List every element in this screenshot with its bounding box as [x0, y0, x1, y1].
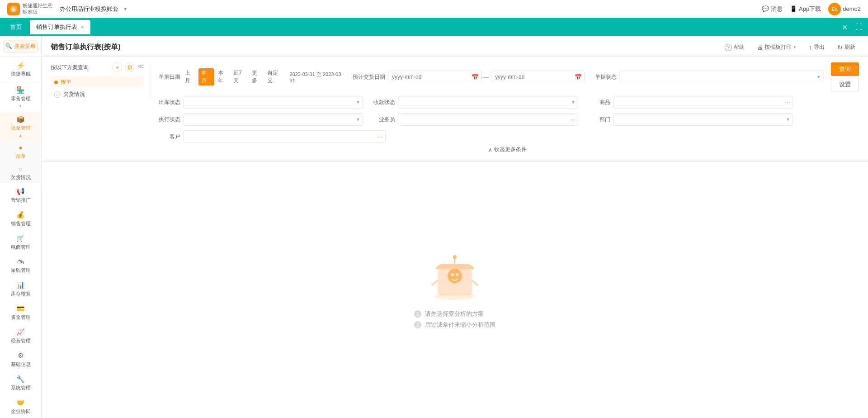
message-button[interactable]: 💬 消息: [762, 5, 783, 13]
print-dropdown-arrow: ▾: [793, 44, 796, 50]
delivery-status-select-wrap: [183, 96, 363, 109]
page-title: 销售订单执行表(按单): [51, 43, 121, 52]
topbar: 畅 畅捷通好生意 标准版 办公用品行业模拟账套 ▾ 💬 消息 📱 App下载 E…: [0, 0, 868, 18]
status-select[interactable]: [619, 71, 824, 83]
industry-dropdown-arrow[interactable]: ▾: [124, 5, 127, 12]
collapse-more-button[interactable]: ∧ 收起更多条件: [156, 143, 859, 156]
empty-state: 1 请先选择要分析的方案 2 用过滤条件来缩小分析范围: [414, 251, 495, 329]
calendar-icon-start[interactable]: 📅: [472, 74, 479, 81]
date-tab-custom[interactable]: 自定义: [265, 68, 284, 86]
message-icon: 💬: [762, 5, 769, 12]
user-avatar-button[interactable]: Ea demo2: [828, 3, 861, 15]
salesperson-label: 业务员: [370, 116, 395, 124]
sidebar-item-ecommerce[interactable]: 🛒 电商管理: [0, 231, 41, 254]
department-label: 部门: [585, 116, 610, 124]
date-tab-this-year[interactable]: 本年: [216, 68, 230, 86]
sidebar-item-purchase[interactable]: 🛍 采购管理: [0, 254, 41, 277]
svg-line-9: [432, 280, 438, 285]
operation-icon: 📈: [16, 328, 25, 336]
delivery-date-end-wrap: 📅: [491, 71, 585, 83]
page-header: 销售订单执行表(按单) ? 帮助 🖨 按模板打印 ▾ ↑ 导出 ↻ 刷新: [42, 36, 868, 57]
delivery-date-end[interactable]: [491, 71, 585, 83]
wholesale-icon: 📦: [16, 115, 25, 124]
purchase-icon: 🛍: [17, 258, 24, 266]
svg-line-10: [472, 280, 477, 285]
sidebar-item-system[interactable]: 🔧 系统管理: [0, 371, 41, 395]
basic-icon: ⚙: [18, 352, 24, 360]
sidebar-item-wholesale[interactable]: 📦 批发管理 ▴: [0, 112, 41, 141]
filter-option-circle: ○: [54, 91, 61, 98]
delivery-status-select[interactable]: [183, 96, 363, 109]
department-select-wrap: [613, 113, 793, 126]
sidebar-item-sales[interactable]: 💰 销售管理: [0, 207, 41, 231]
app-download-button[interactable]: 📱 App下载: [790, 5, 821, 13]
sidebar-item-inventory[interactable]: 📊 库存核算: [0, 277, 41, 301]
filter-option-dot: [54, 81, 58, 84]
filter-scheme-header: 按以下方案查询 + ⚙ ≪: [51, 62, 144, 72]
sidebar-sub-item-order[interactable]: ● 按单: [0, 141, 41, 162]
empty-svg: [428, 251, 482, 301]
tab-close-window-icon[interactable]: ✕: [839, 22, 850, 33]
print-icon: 🖨: [757, 44, 763, 51]
filter-field-date: 单据日期 上月 本月 本年 近7天 更多 自定义 2023-03-01 至 20…: [156, 68, 345, 86]
tab-sales-order[interactable]: 销售订单执行表 ×: [30, 20, 90, 34]
goods-input[interactable]: [613, 96, 793, 109]
date-tab-7days[interactable]: 近7天: [231, 68, 248, 86]
date-tab-last-month[interactable]: 上月: [183, 68, 197, 86]
table-area: 1 请先选择要分析的方案 2 用过滤条件来缩小分析范围: [42, 162, 868, 418]
export-button[interactable]: ↑ 导出: [805, 42, 828, 53]
sidebar-sub-item-debt[interactable]: ○ 欠货情况: [0, 162, 41, 184]
sidebar-item-quick-nav[interactable]: ⚡ 快捷导航: [0, 58, 41, 80]
execution-status-select[interactable]: [183, 113, 363, 126]
finance-icon: 💳: [16, 304, 25, 313]
search-menu-button[interactable]: 🔍 搜索菜单: [4, 40, 38, 52]
calendar-icon-end[interactable]: 📅: [575, 74, 582, 81]
empty-hint-2: 2 用过滤条件来缩小分析范围: [414, 321, 495, 329]
salesperson-input[interactable]: [398, 113, 578, 126]
sidebar-item-operation[interactable]: 📈 经营管理: [0, 324, 41, 348]
settings-scheme-button[interactable]: ⚙: [125, 62, 135, 72]
tab-maximize-icon[interactable]: ⛶: [854, 22, 864, 33]
filter-field-delivery-status: 出库状态: [156, 96, 363, 109]
sidebar-item-marketing[interactable]: 📢 营销推广: [0, 184, 41, 207]
date-tab-this-month[interactable]: 本月: [198, 68, 214, 86]
sidebar-item-finance[interactable]: 💳 资金管理: [0, 301, 41, 324]
salesperson-more-icon[interactable]: ···: [570, 116, 576, 123]
payment-status-label: 收款状态: [370, 99, 395, 106]
empty-illustration: [428, 251, 482, 301]
collapse-sidebar-button[interactable]: ≪: [137, 62, 144, 72]
salesperson-control: ···: [398, 113, 578, 126]
customer-more-icon[interactable]: ···: [377, 133, 383, 140]
wholesale-submenu: ● 按单 ○ 欠货情况: [0, 141, 41, 184]
quick-nav-icon: ⚡: [16, 61, 25, 70]
payment-status-select[interactable]: [398, 96, 578, 109]
date-label: 单据日期: [156, 73, 180, 81]
date-sep: —: [483, 74, 489, 81]
refresh-button[interactable]: ↻ 刷新: [834, 42, 859, 53]
print-button[interactable]: 🖨 按模板打印 ▾: [754, 42, 800, 53]
tab-home[interactable]: 首页: [4, 20, 28, 34]
sidebar-item-basic[interactable]: ⚙ 基础信息: [0, 348, 41, 371]
date-tab-more[interactable]: 更多: [250, 68, 264, 86]
sidebar-item-enterprise[interactable]: 🤝 企业协同: [0, 395, 41, 418]
hint-num-1: 1: [414, 310, 421, 318]
help-button[interactable]: ? 帮助: [721, 42, 748, 53]
filter-field-payment-status: 收款状态: [370, 96, 578, 109]
filter-option-debt[interactable]: ○ 欠货情况: [51, 88, 144, 100]
sidebar-item-retail[interactable]: 🏪 零售管理 ▾: [0, 82, 41, 112]
goods-more-icon[interactable]: ···: [785, 99, 790, 106]
department-select[interactable]: [613, 113, 793, 126]
filter-field-customer: 客户 ···: [156, 130, 386, 143]
close-icon: ✕: [842, 23, 848, 32]
delivery-status-label: 出库状态: [156, 99, 180, 106]
marketing-icon: 📢: [16, 187, 25, 195]
tabbar: 首页 销售订单执行表 × ✕ ⛶: [0, 18, 868, 36]
add-scheme-button[interactable]: +: [112, 62, 122, 72]
filter-option-order[interactable]: 按单: [51, 76, 144, 88]
filter-field-department: 部门: [585, 113, 793, 126]
settings-button[interactable]: 设置: [831, 78, 859, 91]
customer-input[interactable]: [183, 130, 386, 143]
query-button[interactable]: 查询: [831, 62, 859, 76]
tab-close-icon[interactable]: ×: [81, 24, 84, 30]
delivery-date-start[interactable]: [388, 71, 481, 83]
